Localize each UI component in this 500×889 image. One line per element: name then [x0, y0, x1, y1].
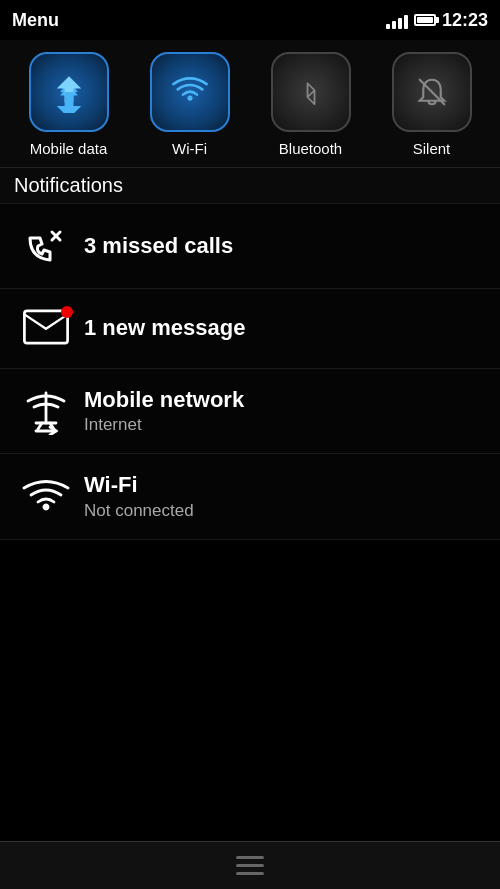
silent-icon-wrap: [392, 52, 472, 132]
hamburger-menu-icon[interactable]: [236, 856, 264, 875]
missed-call-icon: [22, 222, 70, 270]
toggle-wifi[interactable]: Wi-Fi: [135, 52, 245, 157]
network-text: Mobile network Internet: [76, 387, 484, 435]
toggle-bluetooth[interactable]: Bluetooth: [256, 52, 366, 157]
network-icon-wrap: [16, 387, 76, 435]
wifi-toggle-icon: [169, 71, 211, 113]
notifications-header: Notifications: [0, 168, 500, 204]
status-bar: Menu 12:23: [0, 0, 500, 40]
wifi-status-subtitle: Not connected: [84, 501, 484, 521]
mobile-data-icon-wrap: [29, 52, 109, 132]
wifi-toggle-icon-wrap: [150, 52, 230, 132]
wifi-status-title: Wi-Fi: [84, 472, 484, 498]
notification-wifi-status[interactable]: Wi-Fi Not connected: [0, 454, 500, 539]
toggle-mobile-data[interactable]: Mobile data: [14, 52, 124, 157]
quick-toggles: Mobile data Wi-Fi Bluetooth: [0, 40, 500, 168]
bluetooth-icon-wrap: [271, 52, 351, 132]
message-new-dot: [61, 306, 73, 318]
battery-icon: [414, 14, 436, 26]
missed-calls-text: 3 missed calls: [76, 233, 484, 259]
mobile-network-subtitle: Internet: [84, 415, 484, 435]
wifi-toggle-label: Wi-Fi: [172, 140, 207, 157]
message-icon-wrap: [16, 309, 76, 349]
new-message-title: 1 new message: [84, 315, 484, 341]
status-right: 12:23: [386, 10, 488, 31]
wifi-status-icon-wrap: [16, 477, 76, 517]
silent-label: Silent: [413, 140, 451, 157]
mobile-network-title: Mobile network: [84, 387, 484, 413]
signal-strength-icon: [386, 11, 408, 29]
missed-call-icon-wrap: [16, 222, 76, 270]
svg-marker-3: [56, 92, 81, 113]
toggle-silent[interactable]: Silent: [377, 52, 487, 157]
mobile-data-label: Mobile data: [30, 140, 108, 157]
message-text: 1 new message: [76, 315, 484, 341]
missed-calls-title: 3 missed calls: [84, 233, 484, 259]
notification-new-message[interactable]: 1 new message: [0, 289, 500, 369]
wifi-status-icon: [20, 477, 72, 517]
clock: 12:23: [442, 10, 488, 31]
bluetooth-icon: [290, 71, 332, 113]
silent-icon: [411, 71, 453, 113]
mobile-network-icon: [22, 387, 70, 435]
mobile-data-icon: [48, 71, 90, 113]
menu-label[interactable]: Menu: [12, 10, 59, 31]
wifi-status-text: Wi-Fi Not connected: [76, 472, 484, 520]
notification-mobile-network[interactable]: Mobile network Internet: [0, 369, 500, 454]
bottom-bar: [0, 841, 500, 889]
bluetooth-label: Bluetooth: [279, 140, 342, 157]
notification-missed-calls[interactable]: 3 missed calls: [0, 204, 500, 289]
